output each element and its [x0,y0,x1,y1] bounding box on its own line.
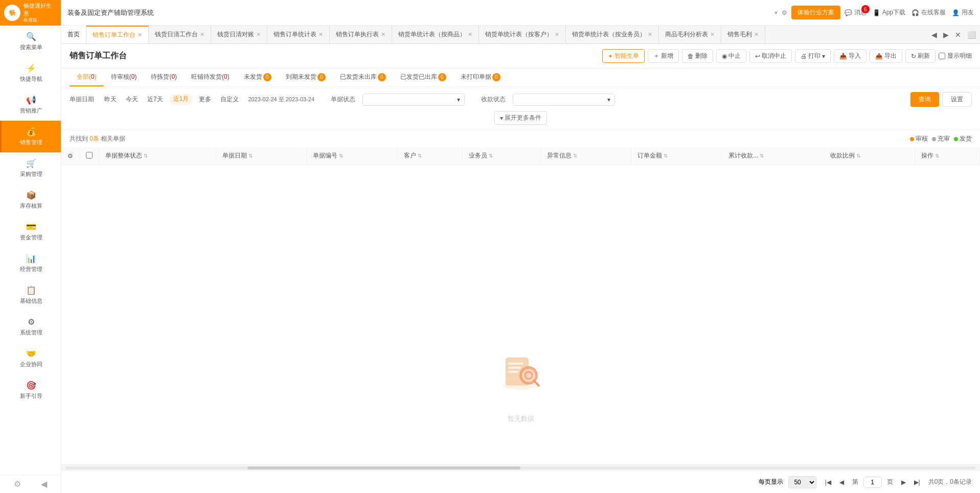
sort-icon-7[interactable]: ⇅ [760,153,764,159]
un-audit-button[interactable]: 充审 [932,135,950,143]
page-last-btn[interactable]: ▶| [911,477,923,487]
sort-icon-1[interactable]: ⇅ [248,153,253,159]
topbar-dropdown-icon[interactable]: ▾ [774,9,778,16]
audit-button[interactable]: 审核 [910,135,928,143]
sidebar-item-7[interactable]: 📊经营管理 [0,248,61,279]
sidebar-item-9[interactable]: ⚙系统管理 [0,311,61,343]
query-button[interactable]: 查询 [910,92,939,107]
page-number-input[interactable] [863,477,882,488]
tab-close-4[interactable]: ✕ [318,31,323,38]
setting-button[interactable]: 设置 [942,92,972,107]
refresh-button[interactable]: ↻ 刷新 [905,49,936,63]
tab-close-8[interactable]: ✕ [648,31,652,38]
tab-close-7[interactable]: ✕ [555,31,559,38]
tab-close-9[interactable]: ✕ [710,31,715,38]
tab-close-6[interactable]: ✕ [468,31,472,38]
sidebar-item-3[interactable]: 💰销售管理 [0,121,61,152]
topbar-settings-icon[interactable]: ⚙ [782,9,787,16]
sidebar-item-2[interactable]: 📢营销推广 [0,89,61,121]
tab-close-2[interactable]: ✕ [200,31,204,38]
tab-7[interactable]: 销货单统计表（按客户）✕ [479,26,566,44]
date-option-1[interactable]: 今天 [123,94,141,105]
tab-close-5[interactable]: ✕ [381,31,385,38]
tab-4[interactable]: 销售订单统计表✕ [267,26,330,44]
sub-tab-6[interactable]: 已发货未出库0 [333,69,393,86]
cancel-stop-button[interactable]: ↩ 取消中止 [749,49,792,63]
page-size-select[interactable]: 50 100 200 [788,476,816,488]
horizontal-scrollbar[interactable] [61,464,980,470]
sort-icon-0[interactable]: ⇅ [144,153,148,159]
settings-col-header[interactable]: ⚙ [61,147,80,165]
user-item[interactable]: 👤 用友 [952,8,974,17]
sub-tab-5[interactable]: 到期未发货0 [279,69,333,86]
message-icon-item[interactable]: 💬 6 消息 [845,8,867,17]
tab-1[interactable]: 销售订单工作台✕ [86,26,149,44]
tab-5[interactable]: 销售订单执行表✕ [330,26,392,44]
sort-icon-5[interactable]: ⇅ [573,153,577,159]
tab-nav-prev[interactable]: ◀ [929,30,939,40]
page-prev-btn[interactable]: ◀ [836,477,847,487]
sub-tab-1[interactable]: 待审核(0) [104,69,144,86]
sub-tab-4[interactable]: 未发货0 [237,69,279,86]
expand-conditions-button[interactable]: ▾ 展开更多条件 [494,111,547,125]
tab-10[interactable]: 销售毛利✕ [721,26,765,44]
print-button[interactable]: 🖨 打印 ▾ [795,49,831,63]
tab-6[interactable]: 销货单统计表（按商品）✕ [392,26,479,44]
sort-icon-4[interactable]: ⇅ [489,153,493,159]
sidebar-settings-icon[interactable]: ⚙ [14,479,21,489]
show-detail-input[interactable] [939,53,945,59]
show-detail-checkbox[interactable]: 显示明细 [939,52,972,60]
sidebar-item-4[interactable]: 🛒采购管理 [0,152,61,184]
sidebar-item-11[interactable]: 🎯新手引导 [0,374,61,406]
sub-tab-0[interactable]: 全部(0) [70,69,104,86]
stop-button[interactable]: ◉ 中止 [716,49,746,63]
sort-icon-9[interactable]: ⇅ [935,153,939,159]
tab-nav-next[interactable]: ▶ [941,30,951,40]
date-option-2[interactable]: 近7天 [144,94,166,105]
sub-tab-7[interactable]: 已发货已出库0 [393,69,453,86]
date-option-4[interactable]: 更多 [196,94,214,105]
tab-close-10[interactable]: ✕ [754,31,759,38]
sort-icon-6[interactable]: ⇅ [664,153,668,159]
sidebar-item-0[interactable]: 🔍搜索菜单 [0,26,61,57]
date-option-0[interactable]: 昨天 [101,94,120,105]
page-next-btn[interactable]: ▶ [898,477,909,487]
delete-button[interactable]: 🗑 删除 [682,49,713,63]
date-option-3[interactable]: 近1月 [169,94,193,105]
app-download-item[interactable]: 📱 App下载 [873,8,905,17]
import-button[interactable]: 📥 导入 [834,49,867,63]
tab-close-1[interactable]: ✕ [138,32,142,38]
tab-8[interactable]: 销货单统计表（按业务员）✕ [566,26,659,44]
export-button[interactable]: 📤 导出 [870,49,902,63]
sort-icon-2[interactable]: ⇅ [339,153,343,159]
sort-icon-8[interactable]: ⇅ [856,153,860,159]
tab-maximize[interactable]: ⬜ [965,30,978,40]
sub-tab-8[interactable]: 未打印单据0 [453,69,508,86]
page-first-btn[interactable]: |◀ [822,477,834,487]
add-button[interactable]: ＋ 新增 [648,49,679,63]
sidebar-item-10[interactable]: 🤝企业协同 [0,343,61,374]
tab-9[interactable]: 商品毛利分析表✕ [659,26,721,44]
tab-3[interactable]: 钱货日清对账✕ [211,26,267,44]
sidebar-item-5[interactable]: 📦库存核算 [0,184,61,216]
tab-0[interactable]: 首页 [61,26,86,44]
select-all-checkbox[interactable] [86,152,93,159]
status-filter-select[interactable]: ▾ [362,94,465,106]
ship-button[interactable]: 发货 [954,135,972,143]
sidebar-item-8[interactable]: 📋基础信息 [0,279,61,311]
tab-close-all[interactable]: ✕ [953,30,963,40]
tab-2[interactable]: 钱货日清工作台✕ [149,26,211,44]
tab-close-3[interactable]: ✕ [256,31,261,38]
sort-icon-3[interactable]: ⇅ [418,153,422,159]
sidebar-item-6[interactable]: 💳资金管理 [0,216,61,248]
date-option-5[interactable]: 自定义 [217,94,242,105]
ai-generate-button[interactable]: ✦ 智能生单 [602,49,645,63]
scroll-thumb[interactable] [247,466,520,469]
online-service-item[interactable]: 🎧 在线客服 [911,8,946,17]
sub-tab-3[interactable]: 旺铺待发货(0) [184,69,237,86]
table-scroll-container[interactable]: ⚙单据整体状态⇅单据日期⇅单据编号⇅客户⇅业务员⇅异常信息⇅订单金额⇅累计收款.… [61,147,980,306]
sidebar-collapse-icon[interactable]: ◀ [41,479,47,489]
checkbox-col-header[interactable] [80,147,99,165]
payment-filter-select[interactable]: ▾ [513,94,615,106]
sub-tab-2[interactable]: 待拣货(0) [144,69,184,86]
